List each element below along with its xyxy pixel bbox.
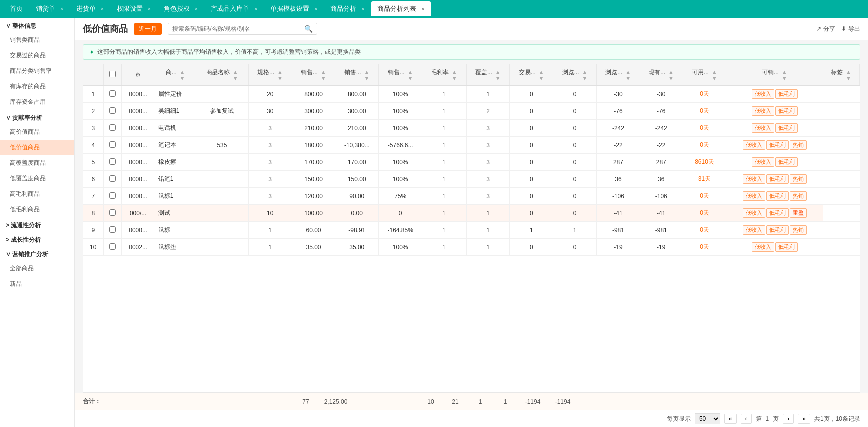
browse1-link[interactable]: 0 [530, 159, 533, 166]
browse1-link[interactable]: 0 [530, 91, 533, 98]
sidebar-group-circulation[interactable]: > 流通性分析 [0, 217, 74, 232]
col-header-sales-avg[interactable]: 销售... ▲▼ [379, 64, 422, 86]
search-icon[interactable]: 🔍 [304, 25, 313, 33]
search-input[interactable] [172, 25, 301, 32]
cell-gross-rate: 100% [379, 103, 422, 120]
sidebar-item-stocked[interactable]: 有库存的商品 [0, 79, 74, 94]
row-checkbox[interactable] [109, 226, 116, 233]
row-checkbox[interactable] [109, 243, 116, 250]
col-header-browse1[interactable]: 浏览... ▲▼ [553, 64, 597, 86]
sidebar-item-category-rate[interactable]: 商品分类销售率 [0, 63, 74, 79]
sidebar-item-sales-goods[interactable]: 销售类商品 [0, 32, 74, 48]
col-header-spec[interactable]: 规格... ▲▼ [248, 64, 292, 86]
row-checkbox[interactable] [109, 192, 116, 199]
cell-coverage: 1 [422, 137, 467, 154]
nav-goods-list[interactable]: 商品分析列表 × [371, 1, 430, 16]
nav-home[interactable]: 首页 [4, 1, 29, 16]
sidebar-group-marketing[interactable]: ∨ 营销推广分析 [0, 246, 74, 261]
sidebar-item-low-value[interactable]: 低价值商品 [0, 140, 74, 155]
row-checkbox[interactable] [109, 141, 116, 148]
cell-check [103, 103, 121, 120]
nav-goods-analysis[interactable]: 商品分析 × [324, 1, 370, 16]
row-checkbox[interactable] [109, 107, 116, 114]
row-checkbox[interactable] [109, 158, 116, 165]
row-checkbox[interactable] [109, 209, 116, 216]
col-header-code[interactable]: 商... ▲▼ [155, 64, 196, 86]
select-all-checkbox[interactable] [109, 71, 116, 77]
nav-roles[interactable]: 角色授权 × [158, 1, 204, 16]
cell-sales-amt: 170.00 [292, 154, 335, 171]
cell-spec [196, 154, 249, 171]
sidebar-group-overview[interactable]: ∨ 整体信息 [0, 18, 74, 32]
row-checkbox[interactable] [109, 90, 116, 97]
browse1-link[interactable]: 0 [530, 125, 533, 132]
col-header-available[interactable]: 可用... ▲▼ [683, 64, 726, 86]
sidebar-item-high-coverage[interactable]: 高覆盖度商品 [0, 155, 74, 171]
browse1-link[interactable]: 0 [530, 176, 533, 183]
browse1-link[interactable]: 1 [530, 227, 533, 234]
sidebar-item-new-goods[interactable]: 新品 [0, 276, 74, 292]
col-header-trade[interactable]: 交易... ▲▼ [510, 64, 553, 86]
per-page-select[interactable]: 50 100 200 [695, 413, 720, 424]
prev-page-btn[interactable]: ‹ [741, 414, 752, 424]
summary-browse1: 1 [468, 398, 493, 405]
cell-trade: 1 [466, 205, 510, 222]
cell-browse1: 0 [510, 103, 553, 120]
date-filter-btn[interactable]: 近一月 [134, 23, 162, 35]
pagination: 每页显示 50 100 200 « ‹ 第 1 页 › » 共1页，10条记录 [75, 410, 868, 427]
col-header-coverage[interactable]: 覆盖... ▲▼ [466, 64, 510, 86]
col-header-settings[interactable]: ⚙ [121, 64, 155, 86]
sidebar-group-contribution[interactable]: ∨ 贡献率分析 [0, 110, 74, 124]
nav-template[interactable]: 单据模板设置 × [264, 1, 323, 16]
sidebar-item-high-gross[interactable]: 高毛利商品 [0, 186, 74, 202]
summary-current-stock: -1194 [518, 398, 548, 405]
cell-sales-avg: 150.00 [335, 171, 379, 188]
browse1-link[interactable]: 0 [530, 108, 533, 115]
next-page-btn[interactable]: › [783, 414, 794, 424]
cell-code: 000/... [121, 205, 155, 222]
browse1-link[interactable]: 0 [530, 193, 533, 200]
row-checkbox[interactable] [109, 124, 116, 131]
sidebar-item-low-coverage[interactable]: 低覆盖度商品 [0, 171, 74, 186]
sidebar-item-low-gross[interactable]: 低毛利商品 [0, 202, 74, 217]
data-table: ⚙ 商... ▲▼ 商品名称 ▲▼ 规格... ▲▼ 销售... ▲▼ 销售..… [83, 64, 860, 393]
row-checkbox[interactable] [109, 175, 116, 182]
nav-stock-in[interactable]: 产成品入库单 × [205, 1, 263, 16]
sidebar-item-all-goods[interactable]: 全部商品 [0, 261, 74, 276]
share-button[interactable]: ↗ 分享 [816, 25, 835, 33]
col-header-browse2[interactable]: 浏览... ▲▼ [597, 64, 640, 86]
nav-purchase[interactable]: 进货单 × [70, 1, 110, 16]
sidebar-group-growth[interactable]: > 成长性分析 [0, 232, 74, 246]
col-header-name[interactable]: 商品名称 ▲▼ [196, 64, 249, 86]
export-icon: ⬇ [841, 25, 846, 32]
tag-badge: 低收入 [752, 106, 774, 116]
col-header-sales-amt[interactable]: 销售... ▲▼ [335, 64, 379, 86]
col-header-gross-rate[interactable]: 毛利率 ▲▼ [422, 64, 467, 86]
col-header-tag[interactable]: 标签 ▲▼ [823, 64, 859, 86]
browse1-link[interactable]: 0 [530, 142, 533, 149]
browse1-link[interactable]: 0 [530, 210, 533, 217]
sidebar-item-stock-capital[interactable]: 库存资金占用 [0, 94, 74, 110]
cell-check [103, 137, 121, 154]
sidebar-item-traded[interactable]: 交易过的商品 [0, 48, 74, 63]
nav-sales[interactable]: 销货单 × [30, 1, 69, 16]
last-page-btn[interactable]: » [798, 414, 810, 424]
cell-name: 属性定价 [155, 86, 196, 103]
export-button[interactable]: ⬇ 导出 [841, 25, 860, 33]
cell-code: 0002... [121, 239, 155, 256]
col-header-current-stock[interactable]: 现有... ▲▼ [640, 64, 683, 86]
browse1-link[interactable]: 0 [530, 244, 533, 251]
tag-badge: 低收入 [743, 225, 765, 235]
nav-permissions[interactable]: 权限设置 × [111, 1, 157, 16]
cell-coverage: 1 [422, 188, 467, 205]
first-page-btn[interactable]: « [724, 414, 737, 424]
cell-sales-avg: 210.00 [335, 120, 379, 137]
col-header-sales-qty[interactable]: 销售... ▲▼ [292, 64, 335, 86]
cell-trade: 1 [466, 222, 510, 239]
cell-name: 鼠标垫 [155, 239, 196, 256]
sidebar-item-high-value[interactable]: 高价值商品 [0, 124, 74, 140]
cell-available: -41 [640, 205, 683, 222]
summary-browse2: 1 [493, 398, 518, 405]
col-header-sellable[interactable]: 可销... ▲▼ [726, 64, 823, 86]
cell-sales-amt: 100.00 [292, 205, 335, 222]
